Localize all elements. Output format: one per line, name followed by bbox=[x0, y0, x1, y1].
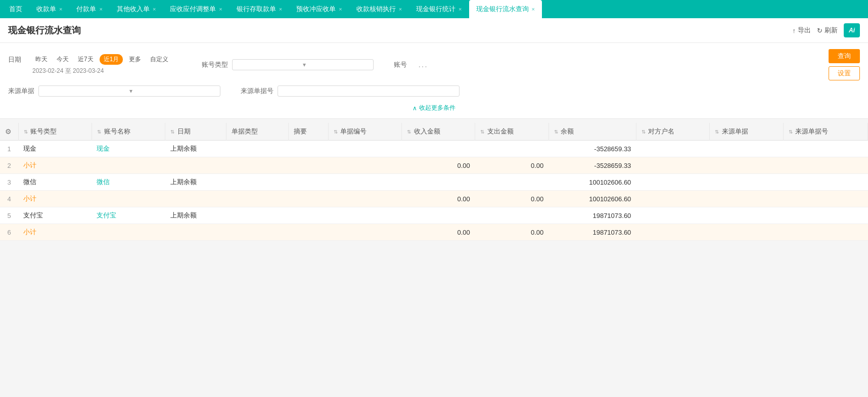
cell-account-type: 小计 bbox=[18, 157, 92, 174]
account-ellipsis-button[interactable]: ... bbox=[418, 60, 428, 69]
th-date: ⇅ 日期 bbox=[165, 123, 226, 141]
date-opt-7days[interactable]: 近7天 bbox=[75, 54, 97, 65]
cell-source-doc bbox=[710, 157, 783, 174]
nav-tab-qita[interactable]: 其他收入单 × bbox=[110, 0, 163, 18]
th-doc-type: 单据类型 bbox=[226, 123, 289, 141]
sort-icon[interactable]: ⇅ bbox=[715, 129, 719, 135]
nav-tab-fukuan[interactable]: 付款单 × bbox=[69, 0, 109, 18]
close-icon[interactable]: × bbox=[59, 0, 62, 18]
sort-icon[interactable]: ⇅ bbox=[334, 129, 338, 135]
sort-icon[interactable]: ⇅ bbox=[407, 129, 411, 135]
cell-balance: 19871073.60 bbox=[549, 224, 636, 241]
sort-icon[interactable]: ⇅ bbox=[789, 129, 793, 135]
nav-tab-shoukuan[interactable]: 收款单 × bbox=[29, 0, 69, 18]
cell-row-num: 1 bbox=[0, 141, 18, 157]
close-icon[interactable]: × bbox=[153, 0, 156, 18]
cell-account-type: 微信 bbox=[18, 174, 92, 191]
sort-icon[interactable]: ⇅ bbox=[480, 129, 484, 135]
cell-date: 上期余额 bbox=[165, 207, 226, 224]
nav-tab-yingshou[interactable]: 应收应付调整单 × bbox=[163, 0, 229, 18]
account-label: 账号 bbox=[394, 60, 414, 69]
nav-tab-xianjin-query[interactable]: 现金银行流水查询 × bbox=[469, 0, 542, 18]
date-opt-yesterday[interactable]: 昨天 bbox=[32, 54, 51, 65]
filter-row-1: 日期 昨天 今天 近7天 近1月 更多 自定义 2023-02-24 至 202… bbox=[8, 49, 860, 80]
close-icon[interactable]: × bbox=[399, 0, 402, 18]
source-doc-no-input-wrapper bbox=[278, 85, 460, 97]
source-doc-no-input[interactable] bbox=[282, 87, 455, 95]
page-title: 现金银行流水查询 bbox=[8, 24, 81, 36]
ai-button[interactable]: Ai bbox=[844, 23, 860, 37]
date-opt-today[interactable]: 今天 bbox=[54, 54, 72, 65]
cell-account-type: 现金 bbox=[18, 141, 92, 157]
close-icon[interactable]: × bbox=[459, 0, 462, 18]
cell-counterpart bbox=[636, 191, 709, 207]
source-doc-no-label: 来源单据号 bbox=[241, 86, 273, 96]
query-button[interactable]: 查询 bbox=[829, 49, 860, 63]
close-icon[interactable]: × bbox=[279, 0, 282, 18]
cell-doc-type bbox=[226, 224, 289, 241]
table-row: 2小计0.000.00-3528659.33 bbox=[0, 157, 868, 174]
nav-home[interactable]: 首页 bbox=[2, 0, 29, 18]
cell-doc-no bbox=[328, 191, 401, 207]
sort-icon[interactable]: ⇅ bbox=[170, 129, 174, 135]
source-doc-label: 来源单据 bbox=[8, 86, 34, 96]
th-gear[interactable]: ⚙ bbox=[0, 123, 18, 141]
nav-tab-xianjin-stat[interactable]: 现金银行统计 × bbox=[409, 0, 469, 18]
refresh-button[interactable]: ↻ 刷新 bbox=[817, 26, 838, 35]
sort-icon[interactable]: ⇅ bbox=[554, 129, 558, 135]
table-area: ⚙ ⇅ 账号类型 ⇅ 账号名称 ⇅ 日期 单据类型 摘要 bbox=[0, 123, 868, 241]
cell-doc-no bbox=[328, 174, 401, 191]
cell-doc-no bbox=[328, 157, 401, 174]
table-header-row: ⚙ ⇅ 账号类型 ⇅ 账号名称 ⇅ 日期 单据类型 摘要 bbox=[0, 123, 868, 141]
refresh-icon: ↻ bbox=[817, 27, 823, 34]
date-opt-more[interactable]: 更多 bbox=[126, 54, 144, 65]
cell-account-name[interactable]: 现金 bbox=[92, 141, 165, 157]
settings-button[interactable]: 设置 bbox=[829, 66, 860, 80]
table-row: 1现金现金上期余额-3528659.33 bbox=[0, 141, 868, 157]
cell-account-name bbox=[92, 157, 165, 174]
cell-doc-no bbox=[328, 141, 401, 157]
cell-date: 上期余额 bbox=[165, 141, 226, 157]
th-income: ⇅ 收入金额 bbox=[401, 123, 475, 141]
source-doc-select[interactable]: ▾ bbox=[38, 85, 220, 97]
date-label: 日期 bbox=[8, 55, 28, 64]
nav-tab-shoukuanhe[interactable]: 收款核销执行 × bbox=[349, 0, 409, 18]
cell-source-doc bbox=[710, 191, 783, 207]
table-row: 6小计0.000.0019871073.60 bbox=[0, 224, 868, 241]
close-icon[interactable]: × bbox=[532, 0, 535, 18]
close-icon[interactable]: × bbox=[219, 0, 222, 18]
top-navigation: 首页 收款单 × 付款单 × 其他收入单 × 应收应付调整单 × 银行存取款单 … bbox=[0, 0, 868, 18]
export-button[interactable]: ↑ 导出 bbox=[793, 26, 811, 35]
filter-row-2: 来源单据 ▾ 来源单据号 bbox=[8, 85, 860, 97]
th-balance: ⇅ 余额 bbox=[549, 123, 636, 141]
cell-account-name bbox=[92, 191, 165, 207]
cell-source-doc bbox=[710, 174, 783, 191]
date-opt-1month[interactable]: 近1月 bbox=[100, 54, 123, 65]
nav-tab-yushou[interactable]: 预收冲应收单 × bbox=[289, 0, 349, 18]
cell-account-name[interactable]: 微信 bbox=[92, 174, 165, 191]
cell-expense: 0.00 bbox=[475, 224, 549, 241]
cell-summary bbox=[288, 224, 328, 241]
account-type-select[interactable]: ▾ bbox=[232, 59, 374, 70]
sort-icon[interactable]: ⇅ bbox=[642, 129, 646, 135]
chevron-down-icon: ▾ bbox=[303, 61, 369, 68]
collapse-bar[interactable]: ∧ 收起更多条件 bbox=[8, 102, 860, 112]
data-table: ⚙ ⇅ 账号类型 ⇅ 账号名称 ⇅ 日期 单据类型 摘要 bbox=[0, 123, 868, 241]
sort-icon[interactable]: ⇅ bbox=[24, 129, 28, 135]
close-icon[interactable]: × bbox=[339, 0, 342, 18]
table-row: 3微信微信上期余额100102606.60 bbox=[0, 174, 868, 191]
gear-icon[interactable]: ⚙ bbox=[5, 127, 12, 136]
chevron-down-icon: ▾ bbox=[129, 87, 216, 95]
cell-counterpart bbox=[636, 207, 709, 224]
th-expense: ⇅ 支出金额 bbox=[475, 123, 549, 141]
cell-account-name[interactable]: 支付宝 bbox=[92, 207, 165, 224]
date-opt-custom[interactable]: 自定义 bbox=[147, 54, 171, 65]
nav-tab-yinhang[interactable]: 银行存取款单 × bbox=[230, 0, 289, 18]
cell-source-doc-no bbox=[783, 224, 867, 241]
cell-expense: 0.00 bbox=[475, 191, 549, 207]
close-icon[interactable]: × bbox=[99, 0, 102, 18]
cell-counterpart bbox=[636, 157, 709, 174]
sort-icon[interactable]: ⇅ bbox=[97, 129, 101, 135]
cell-counterpart bbox=[636, 174, 709, 191]
page-header: 现金银行流水查询 ↑ 导出 ↻ 刷新 Ai bbox=[0, 18, 868, 43]
